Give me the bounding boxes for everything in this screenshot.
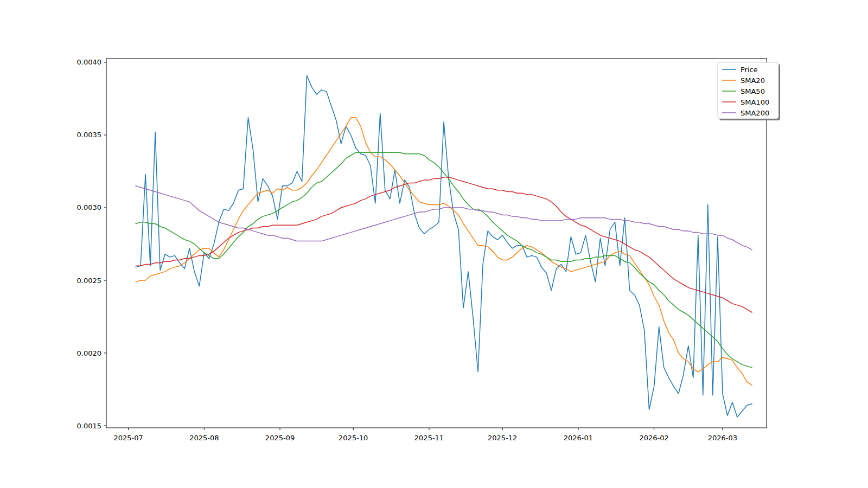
y-tick-label: 0.0025: [77, 277, 102, 285]
legend-label-sma100: SMA100: [741, 98, 769, 106]
legend-label-price: Price: [741, 66, 758, 74]
y-tick-label: 0.0015: [77, 422, 102, 430]
price-sma-chart: 2025-072025-082025-092025-102025-112025-…: [0, 0, 868, 488]
x-tick-label: 2025-07: [113, 434, 143, 442]
x-tick-label: 2026-02: [639, 434, 668, 442]
x-tick-label: 2025-09: [265, 434, 295, 442]
x-tick-label: 2025-10: [339, 434, 368, 442]
y-tick-label: 0.0030: [77, 203, 102, 211]
plot-area: [106, 59, 767, 428]
legend-label-sma50: SMA50: [741, 87, 765, 95]
x-tick-label: 2025-12: [488, 434, 517, 442]
x-tick-label: 2026-03: [708, 434, 737, 442]
x-tick-label: 2025-08: [189, 434, 219, 442]
legend-label-sma20: SMA20: [741, 76, 765, 85]
y-tick-label: 0.0020: [77, 349, 102, 357]
legend-label-sma200: SMA200: [741, 109, 769, 117]
x-tick-label: 2025-11: [414, 434, 444, 442]
y-tick-label: 0.0040: [77, 58, 102, 66]
legend: PriceSMA20SMA50SMA100SMA200: [718, 62, 780, 120]
x-tick-label: 2026-01: [564, 434, 593, 442]
y-tick-label: 0.0035: [77, 131, 102, 139]
chart-figure: 2025-072025-082025-092025-102025-112025-…: [0, 0, 868, 488]
